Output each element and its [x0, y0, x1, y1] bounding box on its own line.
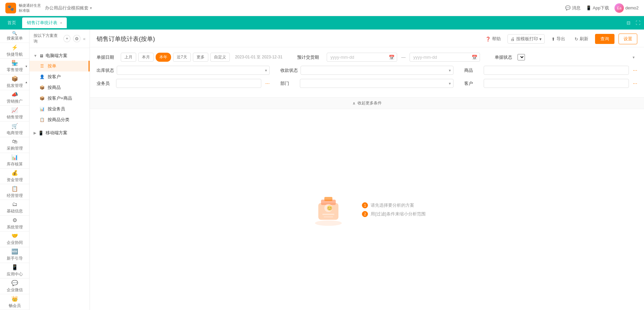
print-button[interactable]: 🖨 按模板打印 ▾ [507, 34, 545, 44]
wechat-icon: 💬 [11, 280, 18, 286]
tree-child-by-product-category[interactable]: 📋 按商品分类 [30, 114, 90, 125]
filter-row-date: 单据日期 上月 本月 本年 近7天 更多 自定义 2023-01-01 至 20… [97, 53, 637, 62]
department-select-wrapper: ▾ [300, 79, 453, 88]
refresh-icon: ↻ [575, 37, 578, 42]
department-select[interactable] [300, 79, 453, 88]
sidebar-item-quicknav[interactable]: ⚡ 快捷导航 [0, 43, 29, 59]
payment-status-select[interactable] [301, 66, 453, 75]
tree-child-by-customer-product[interactable]: 📦 按客户+商品 [30, 93, 90, 104]
more-btn[interactable]: 更多 [193, 53, 208, 62]
filter-area: 单据日期 上月 本月 本年 近7天 更多 自定义 2023-01-01 至 20… [90, 47, 644, 97]
goods-more-icon[interactable]: ··· [633, 67, 637, 73]
sidebar-item-membership[interactable]: 👑 畅会员 [0, 294, 29, 310]
shipment-status-label: 出库状态 [97, 67, 114, 73]
customer-more-icon[interactable]: ··· [633, 81, 637, 87]
left-panel-header: 按以下方案查询 + ⚙ « [30, 30, 90, 48]
tab-home[interactable]: 首页 [3, 17, 21, 28]
collapse-filters-bar[interactable]: ∧ 收起更多条件 [90, 97, 644, 109]
date-range-text: 2023-01-01 至 2023-12-31 [235, 54, 282, 60]
salesperson-icon: 📊 [39, 106, 45, 112]
messages-button[interactable]: 💬 消息 [565, 5, 581, 11]
tab-sales-order-stats[interactable]: 销售订单统计表 × [22, 17, 67, 28]
refresh-button[interactable]: ↻ 刷新 [572, 35, 591, 43]
svg-rect-3 [324, 197, 332, 201]
hint-1: 1 请先选择要分析的方案 [362, 202, 425, 208]
this-year-btn[interactable]: 本年 [156, 53, 171, 62]
shipment-status-select-wrapper: ▾ [117, 66, 270, 75]
shipment-status-select[interactable] [117, 66, 270, 75]
tree-child-by-salesperson[interactable]: 📊 按业务员 [30, 104, 90, 114]
sidebar-item-inventory[interactable]: 📊 库存核算 [0, 153, 29, 169]
payment-status-group: 收款状态 ▾ [280, 66, 453, 75]
empty-state: 😊 1 请先选择要分析的方案 2 [90, 109, 644, 310]
delivery-date-start-input[interactable] [327, 53, 397, 62]
this-month-btn[interactable]: 本月 [138, 53, 154, 62]
quicknav-icon: ⚡ [11, 44, 18, 51]
sidebar-item-newcomer[interactable]: 🆕 新手引导 [0, 247, 29, 263]
category-icon: 📋 [39, 117, 45, 123]
custom-btn[interactable]: 自定义 [210, 53, 230, 62]
salesperson-more-icon[interactable]: ··· [265, 81, 270, 87]
tree-mobile-section[interactable]: ▶ 📱 移动端方案 [30, 128, 90, 138]
department-group: 部门 ▾ [280, 79, 453, 88]
sidebar-item-operations[interactable]: 📋 经营管理 [0, 184, 29, 200]
sidebar-item-apps[interactable]: 📱 应用中心 [0, 263, 29, 279]
search-icon: 🔍 [12, 31, 17, 36]
window-minimize-button[interactable]: ⊟ [625, 19, 632, 26]
settings-scheme-button[interactable]: ⚙ [73, 35, 80, 42]
tree-child-by-customer[interactable]: 👤 按客户 [30, 71, 90, 82]
sidebar-item-system[interactable]: ⚙ 系统管理 [0, 216, 29, 231]
svg-point-0 [315, 220, 342, 226]
filter-row-personnel: 业务员 ··· 部门 ▾ [97, 79, 637, 88]
window-expand-button[interactable]: ⛶ [635, 19, 641, 26]
wholesale-icon: 📦 [11, 75, 18, 82]
enterprise-icon: 🤝 [11, 232, 18, 239]
sidebar-item-sales[interactable]: 📈 销售管理 [0, 106, 29, 121]
tree-child-by-order[interactable]: ☰ 按单 [30, 61, 90, 71]
order-status-select[interactable] [518, 54, 525, 60]
sidebar-item-enterprise[interactable]: 🤝 企业协同 [0, 231, 29, 247]
department-label: 部门 [280, 81, 297, 87]
sidebar: 🔍 搜索菜单 ⚡ 快捷导航 🏪 零售管理 ▾ 📦 批发管理 ▴ 📣 营销推广 📈… [0, 30, 30, 310]
sidebar-item-wechat[interactable]: 💬 企业微信 [0, 278, 29, 294]
sidebar-item-marketing[interactable]: 📣 营销推广 [0, 90, 29, 106]
payment-status-label: 收款状态 [280, 67, 298, 73]
app-download-button[interactable]: 📱 App下载 [586, 5, 609, 11]
last-month-btn[interactable]: 上月 [121, 53, 136, 62]
user-menu[interactable]: Ea demo2 [614, 3, 639, 13]
collapse-panel-button[interactable]: « [83, 36, 86, 41]
sidebar-item-search[interactable]: 🔍 搜索菜单 [0, 30, 29, 43]
payment-status-select-wrapper: ▾ [301, 66, 453, 75]
sidebar-item-retail[interactable]: 🏪 零售管理 ▾ [0, 59, 29, 74]
goods-input[interactable] [484, 66, 629, 75]
sidebar-item-wholesale[interactable]: 📦 批发管理 ▴ [0, 74, 29, 90]
sidebar-item-basic[interactable]: 🗂 基础信息 [0, 200, 29, 216]
retail-arrow-icon: ▾ [25, 64, 27, 68]
last7days-btn[interactable]: 近7天 [173, 53, 191, 62]
salesperson-input[interactable] [116, 79, 261, 88]
export-button[interactable]: ⬆ 导出 [549, 35, 568, 43]
sidebar-item-ecommerce[interactable]: 🛒 电商管理 [0, 121, 29, 137]
breadcrumb[interactable]: 办公用品行业模拟账套 ▾ [45, 5, 561, 11]
empty-hints: 1 请先选择要分析的方案 2 用[过滤]条件来缩小分析范围 [362, 202, 425, 217]
tree-child-by-product[interactable]: 📦 按商品 [30, 82, 90, 93]
sidebar-item-finance[interactable]: 💰 资金管理 [0, 169, 29, 185]
add-scheme-button[interactable]: + [63, 35, 70, 42]
tab-close-icon[interactable]: × [60, 21, 62, 25]
date-filter-group: 上月 本月 本年 近7天 更多 自定义 [121, 53, 230, 62]
delivery-date-label: 预计交货期 [297, 54, 324, 60]
order-icon: ☰ [39, 63, 45, 69]
hint-2: 2 用[过滤]条件来缩小分析范围 [362, 211, 425, 217]
content-area: 按以下方案查询 + ⚙ « ▼ 🖥 电脑端方案 ☰ 按单 [30, 30, 644, 310]
settings-button[interactable]: 设置 [619, 34, 637, 44]
tree-pc-section[interactable]: ▼ 🖥 电脑端方案 [30, 51, 90, 61]
svg-rect-6 [322, 214, 334, 215]
customer-input[interactable] [484, 79, 629, 88]
sidebar-item-purchase[interactable]: 🛍 采购管理 [0, 137, 29, 153]
delivery-date-end-input[interactable] [410, 53, 480, 62]
help-button[interactable]: ❓ 帮助 [483, 35, 503, 43]
print-dropdown-icon: ▾ [539, 37, 542, 42]
search-button[interactable]: 查询 [595, 34, 614, 44]
goods-label: 商品 [464, 67, 481, 73]
top-bar: 🐾 畅捷通好生意 标准版 办公用品行业模拟账套 ▾ 💬 消息 📱 App下载 E… [0, 0, 644, 16]
